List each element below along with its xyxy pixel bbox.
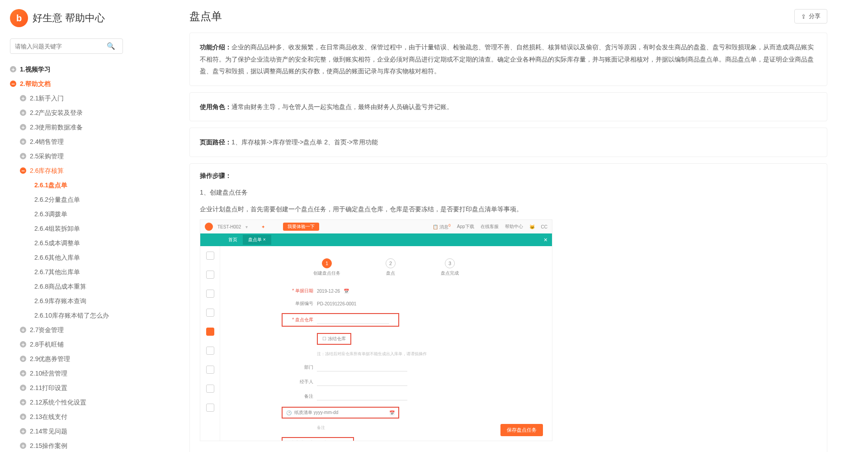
site-title: 好生意 帮助中心 [33,11,105,25]
nav-2-9[interactable]: 2.9优惠券管理 [20,352,122,366]
expand-icon[interactable] [20,442,26,449]
shot-step-1: 1创建盘点任务 [313,258,340,276]
shot-step-3: 3盘点完成 [441,258,459,276]
page-title: 盘点单 [189,9,222,24]
shot-side-icon [206,252,214,260]
intro-label: 功能介绍： [200,43,231,51]
role-label: 使用角色： [200,103,231,110]
step1-desc: 企业计划盘点时，首先需要创建一个盘点任务，用于确定盘点仓库，仓库是否要冻结，是否… [200,203,817,215]
shot-top-service: 在线客服 [481,224,499,230]
shot-side-icon [206,309,214,317]
shot-freeze-tip: 注：冻结后对应仓库所有单据不能生成出入库单，请谨慎操作 [317,351,490,357]
search-wrap: 🔍 [10,38,122,54]
share-icon: ⇪ [801,13,806,20]
nav-2-5[interactable]: 2.5采购管理 [20,149,122,163]
shot-side-icon [206,290,214,298]
shot-experience-pill: 我要体验一下 [283,223,319,231]
sidebar: b 好生意 帮助中心 🔍 1.视频学习 2.帮助文档 2.1新手入门 2.2产品… [0,0,131,452]
role-card: 使用角色：通常由财务主导，与仓管人员一起实地盘点，最终由财务人员确认盈亏并记账。 [189,92,827,122]
nav-2-6-4[interactable]: 2.6.4组装拆卸单 [34,221,122,236]
expand-icon[interactable] [20,370,26,376]
nav-2-3[interactable]: 2.3使用前数据准备 [20,120,122,134]
nav-2-10[interactable]: 2.10经营管理 [20,366,122,381]
calendar-icon: 📅 [389,410,395,415]
shot-paper-tip: 备注 [317,425,490,431]
nav-2-8[interactable]: 2.8手机旺铺 [20,337,122,352]
shot-side-icon [206,404,214,412]
nav-2-6-2[interactable]: 2.6.2分量盘点单 [34,192,122,207]
shot-side-icon [206,347,214,355]
nav-2-4[interactable]: 2.4销售管理 [20,134,122,149]
shot-side-icon-active [206,328,214,336]
shot-tab-close-icon: × [544,236,552,243]
shot-top-msg: 📋 消息0 [433,223,450,230]
screenshot-illustration: TEST-H002 ▾ ✦ 我要体验一下 📋 消息0 App下载 在线客服 帮助… [200,219,552,441]
intro-text: 企业的商品品种多、收发频繁，在日常商品收发、保管过程中，由于计量错误、检验疏忽、… [200,43,814,75]
nav-2-7[interactable]: 2.7资金管理 [20,323,122,337]
expand-icon[interactable] [20,153,26,159]
shot-top-help: 帮助中心 [505,224,523,230]
expand-icon[interactable] [20,385,26,391]
expand-icon[interactable] [20,356,26,362]
shot-dept-label: 部门 [282,364,313,371]
calendar-icon: 📅 [344,289,349,294]
nav-video-learning[interactable]: 1.视频学习 [10,62,122,76]
shot-person-label: 经手人 [282,379,313,385]
intro-card: 功能介绍：企业的商品品种多、收发频繁，在日常商品收发、保管过程中，由于计量错误、… [189,33,827,86]
search-input[interactable] [10,38,123,54]
nav-2-6[interactable]: 2.6库存核算 [20,163,122,178]
path-text: 1、库存核算->库存管理->盘点单 2、首页->常用功能 [231,138,378,146]
steps-section: 操作步骤： 1、创建盘点任务 企业计划盘点时，首先需要创建一个盘点任务，用于确定… [189,163,827,452]
share-button[interactable]: ⇪ 分享 [794,9,827,24]
shot-date-value: 2019-12-26 [317,289,340,294]
expand-icon[interactable] [10,66,16,72]
expand-icon[interactable] [20,414,26,420]
nav-2-6-5[interactable]: 2.6.5成本调整单 [34,236,122,250]
expand-icon[interactable] [20,138,26,145]
expand-icon[interactable] [20,109,26,116]
step1-title: 1、创建盘点任务 [200,186,817,199]
shot-freeze-redbox: ☐ 冻结仓库 [317,333,351,345]
nav-2-6-8[interactable]: 2.6.8商品成本重算 [34,279,122,294]
nav-2-6-10[interactable]: 2.6.10库存账本错了怎么办 [34,308,122,323]
shot-avatar-icon: 🐱 [529,224,535,229]
nav-2-6-9[interactable]: 2.6.9库存账本查询 [34,294,122,308]
collapse-icon[interactable] [20,167,26,174]
shot-save-button: 保存盘点任务 [500,424,543,436]
nav-2-13[interactable]: 2.13在线支付 [20,409,122,424]
nav-2-2[interactable]: 2.2产品安装及登录 [20,105,122,120]
shot-top-app: App下载 [457,224,474,230]
nav-2-11[interactable]: 2.11打印设置 [20,381,122,395]
shot-step-2: 2盘点 [386,258,396,276]
shot-no-value: PD-20191226-0001 [317,301,490,306]
nav-2-6-7[interactable]: 2.6.7其他出库单 [34,265,122,279]
expand-icon[interactable] [20,341,26,347]
expand-icon[interactable] [20,327,26,333]
shot-warehouse-redbox: * 盘点仓库 [282,313,399,327]
collapse-icon[interactable] [10,81,16,87]
nav-2-6-3[interactable]: 2.6.3调拨单 [34,207,122,221]
role-text: 通常由财务主导，与仓管人员一起实地盘点，最终由财务人员确认盈亏并记账。 [231,103,453,110]
shot-side-icon [206,366,214,374]
expand-icon[interactable] [20,124,26,130]
shot-paper-redbox: 🕐纸质清单 yyyy-mm-dd📅 [282,407,399,419]
shot-logo-icon [205,223,213,231]
expand-icon[interactable] [20,399,26,405]
nav-2-15[interactable]: 2.15操作案例 [20,438,122,452]
expand-icon[interactable] [20,428,26,434]
site-logo-block: b 好生意 帮助中心 [10,9,122,27]
steps-header: 操作步骤： [200,172,817,180]
main-content: 盘点单 ⇪ 分享 功能介绍：企业的商品品种多、收发频繁，在日常商品收发、保管过程… [131,0,868,452]
logo-icon: b [10,9,28,27]
nav-help-docs[interactable]: 2.帮助文档 [10,76,122,91]
nav-2-12[interactable]: 2.12系统个性化设置 [20,395,122,409]
nav-2-6-1[interactable]: 2.6.1盘点单 [34,178,122,192]
nav-2-6-6[interactable]: 2.6.6其他入库单 [34,250,122,265]
shot-no-label: 单据编号 [282,300,313,307]
nav-2-1[interactable]: 2.1新手入门 [20,91,122,105]
nav-2-14[interactable]: 2.14常见问题 [20,424,122,438]
shot-side-icon [206,271,214,279]
shot-tab-home: 首页 [223,235,243,245]
expand-icon[interactable] [20,95,26,101]
shot-tenant: TEST-H002 [217,224,241,229]
